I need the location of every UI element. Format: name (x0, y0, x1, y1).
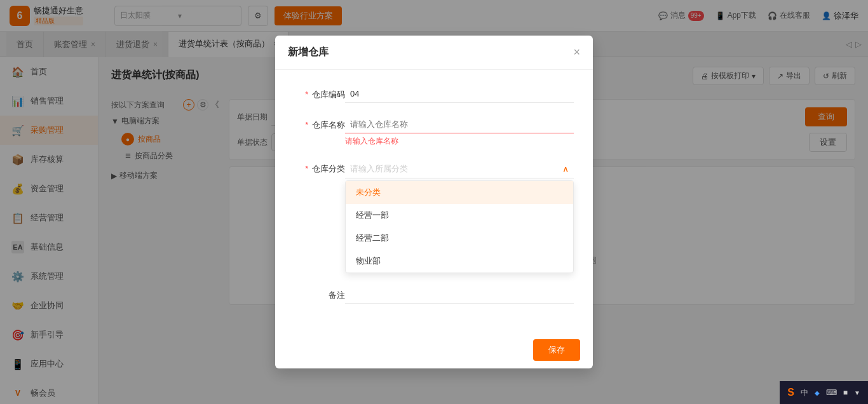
category-select[interactable]: 请输入所属分类 ∧ (345, 159, 574, 179)
category-field: 请输入所属分类 ∧ 未分类 经营一部 经营二部 物业部 (345, 159, 574, 273)
category-label: * 仓库分类 (294, 159, 345, 175)
remark-field (345, 286, 574, 304)
dropdown-item-dept2[interactable]: 经营二部 (346, 227, 573, 250)
dropdown-item-dept1[interactable]: 经营一部 (346, 204, 573, 227)
modal-header: 新增仓库 × (275, 36, 593, 70)
form-row-remark: 备注 (294, 286, 574, 304)
modal-close-button[interactable]: × (573, 46, 580, 59)
dot-icon: ◆ (815, 389, 820, 396)
volume-icon: ▼ (854, 389, 860, 396)
modal-body: * 仓库编码 * 仓库名称 请输入仓库名称 (275, 70, 593, 332)
form-row-category: * 仓库分类 请输入所属分类 ∧ 未分类 经营一部 经营二部 物业部 (294, 159, 574, 273)
modal-footer: 保存 (275, 332, 593, 368)
category-placeholder: 请输入所属分类 (350, 163, 569, 175)
code-field (345, 85, 574, 103)
save-button[interactable]: 保存 (533, 339, 580, 361)
dropdown-item-uncategorized[interactable]: 未分类 (346, 181, 573, 204)
speaker-icon[interactable]: ■ (843, 388, 848, 397)
keyboard-icon[interactable]: ⌨ (826, 388, 837, 397)
s-logo: S (787, 387, 794, 398)
name-error-msg: 请输入仓库名称 (345, 136, 574, 147)
status-bar: S 中 ◆ ⌨ ■ ▼ (780, 381, 868, 404)
modal-overlay: 新增仓库 × * 仓库编码 * 仓库名称 (0, 0, 868, 404)
category-up-arrow: ∧ (562, 164, 569, 174)
category-dropdown: 未分类 经营一部 经营二部 物业部 (345, 180, 574, 273)
chinese-icon[interactable]: 中 (801, 387, 808, 398)
dropdown-item-property[interactable]: 物业部 (346, 250, 573, 273)
remark-input[interactable] (345, 286, 574, 304)
name-label: * 仓库名称 (294, 116, 345, 131)
code-input[interactable] (345, 85, 574, 103)
name-input[interactable] (345, 116, 574, 133)
form-row-name: * 仓库名称 请输入仓库名称 (294, 116, 574, 147)
name-field: 请输入仓库名称 (345, 116, 574, 147)
code-label: * 仓库编码 (294, 85, 345, 100)
form-row-code: * 仓库编码 (294, 85, 574, 103)
modal-title: 新增仓库 (288, 46, 329, 59)
remark-label: 备注 (294, 286, 345, 301)
warehouse-modal: 新增仓库 × * 仓库编码 * 仓库名称 (275, 36, 593, 368)
